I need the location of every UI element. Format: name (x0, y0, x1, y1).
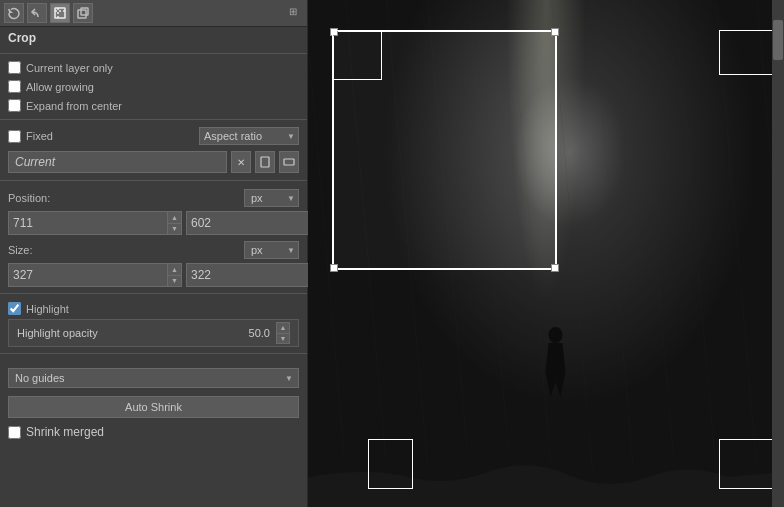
current-layer-label: Current layer only (26, 62, 113, 74)
figure-silhouette (538, 327, 573, 407)
position-x-down[interactable]: ▼ (168, 224, 181, 235)
position-label-row: Position: px mm cm in % (0, 185, 307, 209)
guides-select[interactable]: No guides Rule of thirds Golden sections… (8, 368, 299, 388)
opacity-spinner: ▲ ▼ (276, 322, 290, 344)
size-width-group: ▲ ▼ (8, 263, 182, 287)
allow-growing-checkbox[interactable] (8, 80, 21, 93)
guides-row: No guides Rule of thirds Golden sections… (0, 364, 307, 392)
expand-icon[interactable]: ⊞ (289, 6, 303, 20)
aspect-ratio-select[interactable]: Aspect ratio Width × Height Fixed size (199, 127, 299, 145)
shrink-merged-label: Shrink merged (26, 425, 104, 439)
size-inputs-row: ▲ ▼ ▲ ▼ (0, 261, 307, 289)
position-unit-select[interactable]: px mm cm in % (244, 189, 299, 207)
size-unit-wrapper: px mm cm in % (244, 241, 299, 259)
clear-current-btn[interactable]: ✕ (231, 151, 251, 173)
left-panel: ⊞ Crop Current layer only Allow growing … (0, 0, 308, 507)
fixed-aspect-row: Fixed Aspect ratio Width × Height Fixed … (0, 124, 307, 148)
svg-rect-6 (261, 157, 269, 167)
svg-point-8 (548, 327, 562, 343)
crop-handle-topright[interactable] (551, 28, 559, 36)
svg-rect-7 (284, 159, 294, 165)
size-width-input[interactable] (9, 264, 167, 286)
highlight-label: Highlight (26, 303, 69, 315)
position-x-spinner: ▲ ▼ (167, 212, 181, 234)
expand-from-center-row: Expand from center (0, 96, 307, 115)
svg-rect-5 (81, 8, 88, 15)
shrink-merged-checkbox[interactable] (8, 426, 21, 439)
crop-free-icon[interactable] (73, 3, 93, 23)
opacity-up[interactable]: ▲ (276, 322, 290, 333)
corner-box-bottomleft (368, 439, 413, 489)
crop-handle-bottomright[interactable] (551, 264, 559, 272)
aspect-ratio-select-wrapper: Aspect ratio Width × Height Fixed size (199, 127, 299, 145)
expand-from-center-label: Expand from center (26, 100, 122, 112)
svg-rect-4 (78, 10, 86, 18)
corner-box-topright (719, 30, 774, 75)
position-label: Position: (8, 192, 240, 204)
size-width-down[interactable]: ▼ (168, 276, 181, 287)
position-x-up[interactable]: ▲ (168, 212, 181, 224)
right-panel (308, 0, 784, 507)
current-input[interactable] (8, 151, 227, 173)
current-layer-row: Current layer only (0, 58, 307, 77)
size-unit-select[interactable]: px mm cm in % (244, 241, 299, 259)
allow-growing-label: Allow growing (26, 81, 94, 93)
position-x-group: ▲ ▼ (8, 211, 182, 235)
corner-box-bottomright (719, 439, 774, 489)
scrollbar-thumb[interactable] (773, 20, 783, 60)
size-width-up[interactable]: ▲ (168, 264, 181, 276)
position-unit-wrapper: px mm cm in % (244, 189, 299, 207)
shrink-merged-row: Shrink merged (0, 422, 307, 442)
size-label-row: Size: px mm cm in % (0, 237, 307, 261)
section-title: Crop (0, 27, 307, 49)
svg-rect-1 (55, 8, 65, 18)
size-width-spinner: ▲ ▼ (167, 264, 181, 286)
fixed-aspect-checkbox[interactable] (8, 130, 21, 143)
toolbar: ⊞ (0, 0, 307, 27)
crop-handle-bottomleft[interactable] (330, 264, 338, 272)
opacity-down[interactable]: ▼ (276, 333, 290, 345)
vertical-scrollbar[interactable] (772, 0, 784, 507)
current-layer-checkbox[interactable] (8, 61, 21, 74)
corner-box-topleft (332, 30, 382, 80)
crop-fixed-icon[interactable] (50, 3, 70, 23)
svg-marker-9 (545, 343, 565, 397)
opacity-value: 50.0 (230, 327, 270, 339)
highlight-row: Highlight (0, 298, 307, 319)
auto-shrink-button[interactable]: Auto Shrink (8, 396, 299, 418)
highlight-checkbox[interactable] (8, 302, 21, 315)
expand-from-center-checkbox[interactable] (8, 99, 21, 112)
position-inputs-row: ▲ ▼ ▲ ▼ (0, 209, 307, 237)
canvas-area[interactable] (308, 0, 784, 507)
portrait-btn[interactable] (255, 151, 275, 173)
guides-select-wrapper: No guides Rule of thirds Golden sections… (8, 368, 299, 388)
opacity-label: Highlight opacity (17, 327, 226, 339)
position-x-input[interactable] (9, 212, 167, 234)
opacity-row: Highlight opacity 50.0 ▲ ▼ (8, 319, 299, 347)
reset-icon[interactable] (4, 3, 24, 23)
allow-growing-row: Allow growing (0, 77, 307, 96)
fixed-label: Fixed (26, 130, 194, 142)
undo-icon[interactable] (27, 3, 47, 23)
current-field-row: ✕ (0, 148, 307, 176)
size-label: Size: (8, 244, 240, 256)
landscape-btn[interactable] (279, 151, 299, 173)
